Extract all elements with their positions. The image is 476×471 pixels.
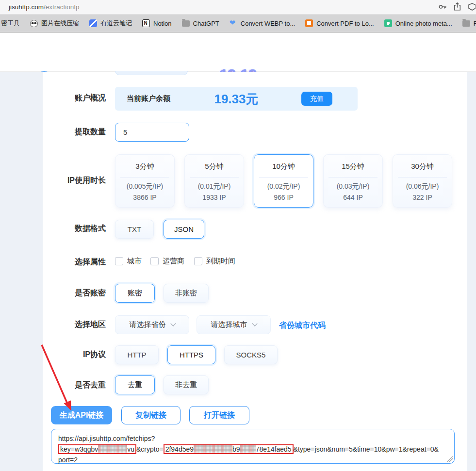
duration-card-10min-selected[interactable]: 10分钟 (0.02元/IP) 966 IP (254, 154, 313, 208)
panda-icon (30, 20, 38, 27)
province-select[interactable]: 请选择省份 (115, 315, 189, 334)
browser-toolbar: jisuhttp.com/extractionIp (0, 0, 476, 15)
protocol-chip-socks5[interactable]: SOCKS5 (224, 345, 278, 364)
quantity-input[interactable] (115, 123, 189, 142)
checkbox-icon (194, 257, 202, 265)
bookmark-item[interactable]: 有道云笔记 (89, 19, 132, 28)
api-url-textarea[interactable]: https://api.jisuhttp.com/fetchips? key=w… (51, 429, 455, 464)
pixelated-redaction (194, 445, 232, 453)
bookmark-item[interactable]: ChatGPT (182, 20, 219, 27)
checkbox-icon (115, 257, 123, 265)
generate-api-link-button[interactable]: 生成API链接 (51, 406, 112, 424)
chevron-down-icon (252, 321, 257, 326)
clipped-field-above (115, 71, 188, 75)
address-bar[interactable]: jisuhttp.com/extractionIp (9, 3, 80, 11)
share-icon[interactable] (454, 2, 461, 13)
duration-card-5min[interactable]: 5分钟 (0.01元/IP) 1933 IP (184, 154, 244, 208)
bookmark-item[interactable]: Online photo meta... (384, 19, 452, 27)
city-select[interactable]: 请选择城市 (197, 315, 271, 334)
copy-link-button[interactable]: 复制链接 (121, 406, 181, 424)
redacted-crypto-highlight: 2f94d5e9b978e14faed5 (164, 444, 294, 454)
bookmark-item[interactable]: Convert PDF to Lo... (305, 19, 374, 27)
province-city-code-link[interactable]: 省份城市代码 (279, 321, 326, 331)
notion-icon (142, 19, 150, 27)
recharge-button[interactable]: 充值 (301, 92, 332, 106)
checkbox-isp[interactable]: 运营商 (150, 257, 184, 266)
balance-panel: 当前账户余额 19.33元 充值 (115, 87, 358, 111)
label-dedupe: 是否去重 (43, 380, 106, 390)
format-chip-txt[interactable]: TXT (115, 220, 154, 239)
chevron-down-icon (170, 321, 176, 326)
bookmark-item[interactable]: Convert WEBP to... (230, 20, 295, 27)
open-link-button[interactable]: 打开链接 (189, 406, 249, 424)
bookmarks-bar: 密工具 图片在线压缩 有道云笔记 Notion ChatGPT Convert … (0, 15, 476, 32)
resize-handle-icon[interactable] (447, 456, 453, 462)
checkbox-icon (150, 257, 159, 265)
youdao-note-icon (89, 19, 97, 27)
api-url-line1: https://api.jisuhttp.com/fetchips? (58, 433, 447, 444)
extension-icon[interactable] (468, 2, 476, 13)
auth-chip-credential-selected[interactable]: 账密 (115, 284, 155, 303)
duration-card-3min[interactable]: 3分钟 (0.005元/IP) 3866 IP (115, 154, 175, 208)
dedupe-chip-no[interactable]: 非去重 (164, 375, 209, 394)
api-url-line3: port=2 (58, 455, 447, 465)
photo-icon (384, 19, 392, 27)
password-key-icon[interactable] (438, 3, 447, 13)
folder-icon (462, 20, 470, 27)
protocol-chip-http[interactable]: HTTP (115, 345, 159, 364)
label-account-overview: 账户概况 (43, 93, 106, 103)
bookmark-item[interactable]: Relakkes (462, 20, 476, 27)
pixelated-redaction (98, 445, 127, 453)
redacted-key-highlight: key=w3qgbvvu (58, 444, 136, 454)
format-chip-json-selected[interactable]: JSON (164, 220, 204, 239)
pixelated-redaction (240, 445, 256, 453)
label-protocol: IP协议 (43, 350, 106, 360)
api-url-line2: key=w3qgbvvu&crypto=2f94d5e9b978e14faed5… (58, 444, 447, 455)
label-duration: IP使用时长 (43, 176, 106, 186)
folder-icon (182, 20, 190, 27)
checkbox-city[interactable]: 城市 (115, 257, 142, 266)
label-quantity: 提取数量 (43, 127, 106, 137)
dedupe-chip-yes-selected[interactable]: 去重 (115, 375, 155, 394)
pdf-doc-icon (305, 19, 313, 27)
url-domain: jisuhttp.com (9, 3, 44, 11)
label-region: 选择地区 (43, 320, 106, 330)
bookmark-item[interactable]: 密工具 (1, 19, 20, 28)
bookmark-item[interactable]: 图片在线压缩 (30, 19, 79, 28)
heart-icon (230, 20, 237, 27)
duration-card-15min[interactable]: 15分钟 (0.03元/IP) 644 IP (323, 154, 383, 208)
bookmark-item[interactable]: Notion (142, 19, 172, 27)
auth-chip-no-credential[interactable]: 非账密 (164, 284, 209, 303)
label-data-format: 数据格式 (43, 224, 106, 234)
site-header: 极速HTTP Extreme speed 首页 IP提取 帮助中心 企业服务 推… (0, 32, 476, 72)
label-auth-mode: 是否账密 (43, 288, 106, 298)
checkbox-expire-time[interactable]: 到期时间 (194, 257, 235, 266)
url-path: /extractionIp (44, 3, 80, 11)
label-attributes: 选择属性 (43, 257, 106, 267)
protocol-chip-https-selected[interactable]: HTTPS (167, 345, 215, 364)
duration-card-30min[interactable]: 30分钟 (0.06元/IP) 322 IP (393, 154, 452, 208)
